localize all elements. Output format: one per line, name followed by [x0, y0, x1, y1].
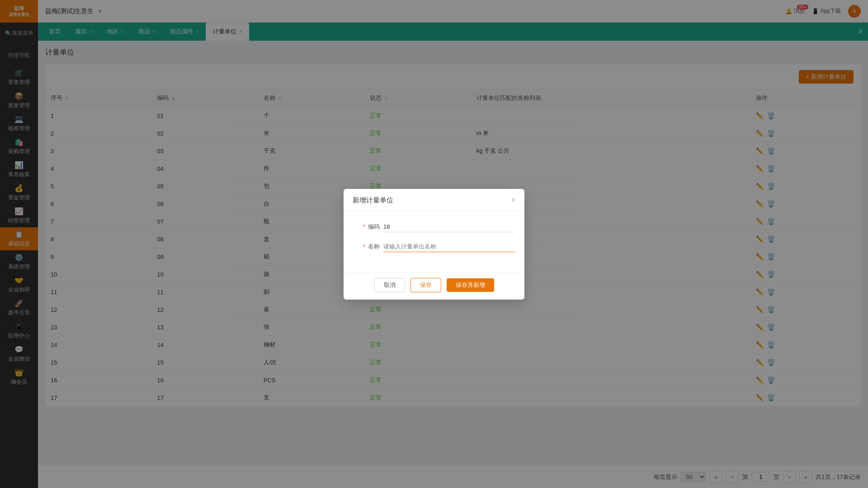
- modal-title: 新增计量单位: [353, 196, 393, 205]
- name-form-row: * 名称: [353, 241, 515, 252]
- cancel-button[interactable]: 取消: [374, 278, 405, 292]
- code-label: * 编码: [353, 223, 380, 231]
- code-input[interactable]: [383, 221, 515, 232]
- save-button[interactable]: 保存: [410, 278, 441, 292]
- code-required-mark: *: [363, 223, 365, 230]
- save-new-button[interactable]: 保存并新增: [447, 278, 494, 292]
- modal-footer: 取消 保存 保存并新增: [344, 272, 524, 300]
- modal-body: * 编码 * 名称: [344, 211, 524, 272]
- modal-overlay[interactable]: 新增计量单位 × * 编码 * 名称 取消 保存 保存并新增: [0, 0, 868, 488]
- name-input[interactable]: [383, 241, 515, 252]
- name-label-text: 名称: [368, 243, 380, 250]
- name-required-mark: *: [363, 243, 365, 250]
- code-label-text: 编码: [368, 223, 380, 230]
- modal-header: 新增计量单位 ×: [344, 189, 524, 211]
- modal-close-button[interactable]: ×: [511, 196, 515, 204]
- add-unit-modal: 新增计量单位 × * 编码 * 名称 取消 保存 保存并新增: [344, 189, 524, 300]
- name-label: * 名称: [353, 243, 380, 251]
- code-form-row: * 编码: [353, 221, 515, 232]
